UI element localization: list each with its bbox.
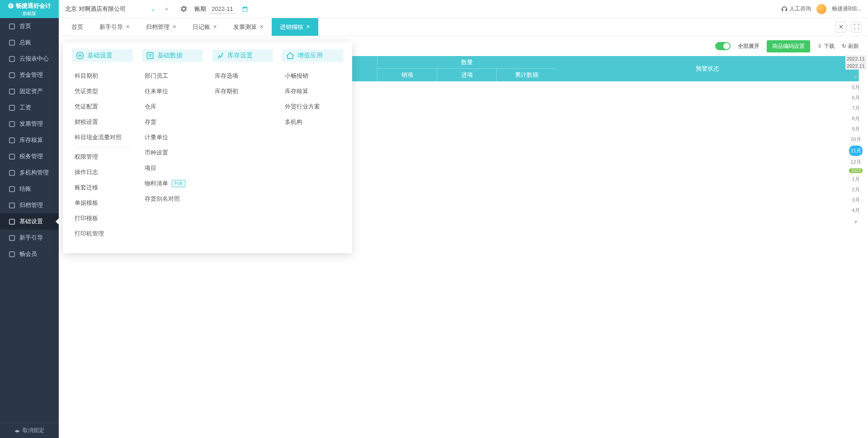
timeline-year-top2[interactable]: 2022.11	[845, 62, 866, 70]
timeline-month[interactable]: 3月	[852, 195, 859, 205]
close-icon[interactable]: ✕	[306, 24, 310, 30]
tab-5[interactable]: 进销稽核✕	[272, 18, 318, 36]
divider	[75, 147, 130, 147]
timeline-month[interactable]: 4月	[852, 205, 859, 216]
tab-3[interactable]: 日记账✕	[184, 18, 225, 36]
close-icon[interactable]: ✕	[172, 24, 176, 30]
svg-rect-12	[9, 219, 14, 224]
refresh-button[interactable]: ↻刷新	[842, 42, 859, 50]
tab-2[interactable]: 归档管理✕	[138, 18, 184, 36]
timeline-month[interactable]: 10月	[850, 134, 861, 145]
megamenu-item[interactable]: 财税设置	[72, 114, 133, 130]
nav-item-12[interactable]: 基础设置	[0, 213, 59, 230]
tab-label: 新手引导	[99, 23, 123, 31]
nav-item-7[interactable]: 库存核算	[0, 132, 59, 148]
sidebar-pin-toggle[interactable]: ◂▸ 取消固定	[0, 423, 59, 438]
nav-item-10[interactable]: 结账	[0, 181, 59, 197]
timeline-month[interactable]: 12月	[850, 157, 861, 167]
calendar-icon[interactable]	[239, 3, 251, 15]
company-settings-button[interactable]	[177, 3, 190, 15]
expand-all-toggle[interactable]	[715, 42, 731, 50]
timeline-month[interactable]: 5月	[850, 82, 861, 93]
megamenu-item[interactable]: 打印机管理	[72, 226, 133, 241]
megamenu-item[interactable]: 账套迁移	[72, 180, 133, 195]
nav-item-1[interactable]: 总账	[0, 34, 59, 51]
nav-item-5[interactable]: 工资	[0, 99, 59, 116]
megamenu-item[interactable]: 多机构	[282, 114, 343, 130]
nav-item-8[interactable]: 税务管理	[0, 148, 59, 165]
chart-icon	[8, 55, 15, 62]
nav-item-11[interactable]: 归档管理	[0, 197, 59, 213]
tab-0[interactable]: 首页	[63, 18, 91, 36]
fullscreen-button[interactable]: ⛶	[851, 22, 862, 33]
megamenu-item-label: 库存选项	[215, 72, 238, 80]
megamenu-item[interactable]: 科目现金流量对照	[72, 130, 133, 145]
close-icon[interactable]: ✕	[259, 24, 264, 30]
period-value[interactable]: 2022-11	[210, 5, 235, 14]
nav-item-4[interactable]: 固定资产	[0, 83, 59, 99]
megamenu-item[interactable]: 项目	[142, 160, 203, 176]
megamenu-item[interactable]: 小畅报销	[282, 68, 343, 84]
nav-item-0[interactable]: 首页	[0, 18, 59, 34]
user-name[interactable]: 畅捷通B组...	[832, 5, 862, 13]
megamenu-item[interactable]: 单据模板	[72, 195, 133, 211]
tab-close-all-button[interactable]: ✕	[835, 22, 846, 33]
timeline-month[interactable]: 8月	[850, 113, 861, 124]
avatar[interactable]	[816, 4, 826, 14]
nav-label: 发票管理	[19, 120, 43, 128]
svg-rect-7	[9, 137, 14, 142]
megamenu-item[interactable]: 操作日志	[72, 165, 133, 180]
support-link[interactable]: 人工咨询	[781, 5, 811, 13]
timeline-up-icon[interactable]: ▲	[851, 71, 860, 80]
money-icon	[8, 71, 15, 79]
company-selector[interactable]: 北京 对啊酒店有限公司 ⌄	[65, 5, 156, 13]
close-icon[interactable]: ✕	[213, 24, 217, 30]
megamenu-item[interactable]: 仓库	[142, 99, 203, 114]
megamenu-item[interactable]: 存货	[142, 114, 203, 130]
timeline-month-current[interactable]: 11月	[849, 146, 863, 156]
megamenu-item[interactable]: 库存期初	[212, 84, 273, 99]
tab-1[interactable]: 新手引导✕	[91, 18, 138, 36]
code-settings-button[interactable]: 商品编码设置	[767, 40, 810, 52]
org-icon	[8, 169, 15, 176]
tab-4[interactable]: 发票测算✕	[225, 18, 272, 36]
megamenu-item[interactable]: 打印模板	[72, 211, 133, 226]
nav-item-14[interactable]: 畅会员	[0, 246, 59, 262]
timeline-month[interactable]: 9月	[850, 124, 861, 134]
megamenu-item[interactable]: 外贸行业方案	[282, 99, 343, 114]
svg-rect-11	[9, 203, 14, 207]
megamenu-col-head: 基础设置	[72, 49, 133, 62]
timeline-month[interactable]: 6月	[850, 93, 861, 103]
megamenu-item[interactable]: 往来单位	[142, 84, 203, 99]
add-company-button[interactable]: ＋	[160, 3, 173, 15]
svg-rect-8	[9, 154, 14, 159]
brand-logo: 畅捷通好会计 旗舰版	[0, 0, 59, 18]
megamenu-item[interactable]: 部门员工	[142, 68, 203, 84]
megamenu-item[interactable]: 计量单位	[142, 130, 203, 145]
megamenu-item[interactable]: 权限管理	[72, 149, 133, 165]
nav-item-9[interactable]: 多机构管理	[0, 165, 59, 181]
timeline-year-top[interactable]: 2022.11	[845, 55, 866, 62]
megamenu-item[interactable]: 物料清单列表	[142, 176, 203, 191]
timeline-year-badge: 2023	[849, 168, 863, 173]
megamenu-item[interactable]: 存货别名对照	[142, 191, 203, 207]
megamenu-item[interactable]: 库存选项	[212, 68, 273, 84]
megamenu-item[interactable]: 库存核算	[282, 84, 343, 99]
megamenu-item[interactable]: 凭证配置	[72, 99, 133, 114]
nav-item-6[interactable]: 发票管理	[0, 116, 59, 132]
inventory-icon	[8, 137, 15, 144]
megamenu-item[interactable]: 凭证类型	[72, 84, 133, 99]
download-button[interactable]: ⇩下载	[817, 42, 835, 50]
nav-item-3[interactable]: 资金管理	[0, 67, 59, 83]
nav-item-2[interactable]: 云报表中心	[0, 51, 59, 67]
timeline-month[interactable]: 2月	[852, 184, 859, 195]
nav-item-13[interactable]: 新手引导	[0, 230, 59, 246]
timeline-month[interactable]: 1月	[852, 174, 859, 184]
nav-label: 归档管理	[19, 201, 43, 209]
megamenu-item[interactable]: 科目期初	[72, 68, 133, 84]
close-icon[interactable]: ✕	[126, 24, 130, 30]
timeline-month[interactable]: 7月	[850, 103, 861, 113]
megamenu-item[interactable]: 币种设置	[142, 145, 203, 160]
sidebar-footer-label: 取消固定	[23, 427, 44, 434]
timeline-down-icon[interactable]: ▼	[851, 217, 860, 226]
